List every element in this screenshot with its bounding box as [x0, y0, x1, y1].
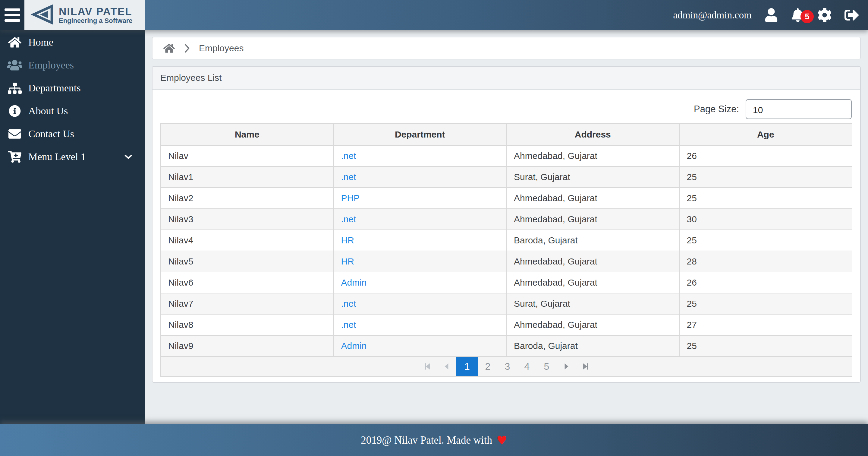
column-header-address: Address: [506, 124, 679, 145]
sidebar-nav: Home Employees Departments About Us Cont…: [0, 30, 145, 424]
cell-name: Nilav8: [161, 314, 334, 335]
cell-address: Surat, Gujarat: [506, 293, 679, 314]
department-link[interactable]: .net: [341, 214, 356, 224]
department-link[interactable]: Admin: [341, 278, 367, 287]
user-email: admin@admin.com: [673, 10, 752, 21]
cell-name: Nilav4: [161, 230, 334, 251]
cart-plus-icon: [5, 151, 24, 163]
info-circle-icon: [5, 105, 24, 117]
page-size-input[interactable]: [746, 99, 852, 119]
cell-name: Nilav7: [161, 293, 334, 314]
breadcrumb: Employees: [152, 37, 861, 59]
cell-age: 25: [679, 188, 852, 209]
cell-name: Nilav: [161, 145, 334, 167]
table-row: Nilav5 HR Ahmedabad, Gujarat 28: [161, 251, 852, 272]
cell-name: Nilav5: [161, 251, 334, 272]
sidebar-item-contact-us[interactable]: Contact Us: [0, 122, 145, 145]
sidebar-item-label: Menu Level 1: [28, 151, 86, 163]
cell-age: 25: [679, 293, 852, 314]
chevron-down-icon: [124, 152, 133, 162]
breadcrumb-home-icon[interactable]: [163, 43, 175, 53]
cell-address: Ahmedabad, Gujarat: [506, 188, 679, 209]
chevron-right-icon: [183, 44, 190, 53]
table-header-row: Name Department Address Age: [161, 124, 852, 145]
sidebar-item-label: Employees: [28, 59, 74, 71]
home-icon: [5, 36, 24, 48]
page-size-label: Page Size:: [694, 104, 739, 115]
department-link[interactable]: PHP: [341, 193, 360, 203]
cell-address: Ahmedabad, Gujarat: [506, 145, 679, 167]
cell-address: Ahmedabad, Gujarat: [506, 209, 679, 230]
top-navbar: NILAV PATEL Engineering a Software admin…: [0, 0, 868, 30]
pagination-prev-button[interactable]: [437, 357, 456, 376]
pagination-first-button[interactable]: [417, 357, 437, 376]
department-link[interactable]: Admin: [341, 341, 367, 351]
sidebar-item-label: Contact Us: [28, 128, 74, 140]
employees-panel: Employees List Page Size: Name Departmen…: [152, 66, 861, 383]
table-row: Nilav4 HR Baroda, Gujarat 25: [161, 230, 852, 251]
department-link[interactable]: .net: [341, 298, 356, 309]
brand-triangle-logo-icon: [31, 4, 54, 26]
sign-out-icon[interactable]: [844, 8, 859, 22]
sidebar-item-label: Departments: [28, 82, 81, 94]
cell-age: 28: [679, 251, 852, 272]
brand-text: NILAV PATEL Engineering a Software: [59, 6, 133, 24]
pagination-page-1[interactable]: 1: [456, 357, 478, 376]
brand-logo-box[interactable]: NILAV PATEL Engineering a Software: [24, 0, 145, 30]
cell-address: Ahmedabad, Gujarat: [506, 272, 679, 293]
pagination-bar: 1 2 3 4 5: [160, 357, 852, 377]
table-row: Nilav7 .net Surat, Gujarat 25: [161, 293, 852, 314]
column-header-department: Department: [334, 124, 507, 145]
column-header-age: Age: [679, 124, 852, 145]
gear-icon[interactable]: [817, 8, 832, 22]
sidebar-item-about-us[interactable]: About Us: [0, 99, 145, 122]
pagination-next-button[interactable]: [556, 357, 576, 376]
users-icon: [5, 59, 24, 71]
sidebar-item-employees[interactable]: Employees: [0, 54, 145, 77]
cell-address: Baroda, Gujarat: [506, 335, 679, 357]
sidebar-item-label: Home: [28, 36, 53, 48]
brand-title: NILAV PATEL: [59, 6, 133, 17]
sidebar-item-menu-level-1[interactable]: Menu Level 1: [0, 145, 145, 168]
sidebar-item-departments[interactable]: Departments: [0, 77, 145, 99]
hamburger-menu-button[interactable]: [4, 8, 20, 22]
employees-table: Name Department Address Age Nilav .net A…: [160, 123, 852, 357]
department-link[interactable]: .net: [341, 151, 356, 161]
department-link[interactable]: HR: [341, 235, 354, 245]
sidebar-toggle-zone: [0, 0, 24, 30]
cell-age: 25: [679, 167, 852, 188]
envelope-icon: [5, 127, 24, 140]
table-row: Nilav3 .net Ahmedabad, Gujarat 30: [161, 209, 852, 230]
footer: 2019@ Nilav Patel. Made with ♥: [0, 424, 868, 456]
department-link[interactable]: .net: [341, 320, 356, 330]
cell-age: 27: [679, 314, 852, 335]
brand-subtitle: Engineering a Software: [59, 17, 133, 24]
cell-name: Nilav9: [161, 335, 334, 357]
sitemap-icon: [5, 83, 24, 94]
table-row: Nilav9 Admin Baroda, Gujarat 25: [161, 335, 852, 357]
topbar-right-group: admin@admin.com 5: [673, 0, 868, 30]
pagination-page-4[interactable]: 4: [517, 357, 537, 376]
panel-body: Page Size: Name Department Address Age: [153, 99, 860, 382]
table-row: Nilav8 .net Ahmedabad, Gujarat 27: [161, 314, 852, 335]
cell-address: Ahmedabad, Gujarat: [506, 314, 679, 335]
pagination-last-button[interactable]: [576, 357, 595, 376]
cell-name: Nilav3: [161, 209, 334, 230]
cell-address: Baroda, Gujarat: [506, 230, 679, 251]
department-link[interactable]: .net: [341, 172, 356, 182]
cell-name: Nilav2: [161, 188, 334, 209]
cell-age: 25: [679, 335, 852, 357]
cell-address: Ahmedabad, Gujarat: [506, 251, 679, 272]
table-row: Nilav1 .net Surat, Gujarat 25: [161, 167, 852, 188]
user-icon[interactable]: [764, 8, 778, 22]
pagination-page-2[interactable]: 2: [478, 357, 498, 376]
cell-age: 26: [679, 272, 852, 293]
footer-text: 2019@ Nilav Patel. Made with: [361, 434, 492, 446]
pagination-page-3[interactable]: 3: [498, 357, 517, 376]
department-link[interactable]: HR: [341, 256, 354, 266]
notification-count-badge: 5: [801, 10, 814, 23]
sidebar-item-home[interactable]: Home: [0, 31, 145, 54]
pagination-page-5[interactable]: 5: [537, 357, 556, 376]
app-window: NILAV PATEL Engineering a Software admin…: [0, 0, 868, 456]
cell-age: 26: [679, 145, 852, 167]
